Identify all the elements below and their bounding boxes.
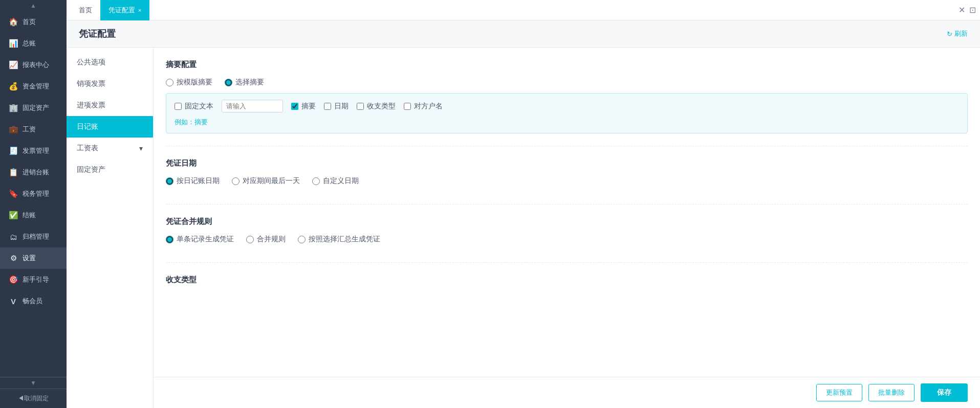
- checkbox-counterpart-label: 对方户名: [414, 102, 443, 111]
- window-controls: ✕ ⊡: [959, 5, 976, 15]
- summary-config-section: 摘要配置 按模版摘要 选择摘要: [166, 60, 968, 146]
- radio-select-merge[interactable]: 按照选择汇总生成凭证: [298, 235, 380, 244]
- sidebar-item-settle[interactable]: ✅ 结账: [0, 205, 67, 226]
- radio-select-merge-label: 按照选择汇总生成凭证: [309, 235, 380, 244]
- reports-icon: 📈: [8, 60, 18, 70]
- sidebar-item-label: 畅会员: [23, 297, 42, 306]
- save-button[interactable]: 保存: [921, 383, 968, 402]
- checkbox-date-input[interactable]: [324, 103, 331, 110]
- checkbox-counterpart[interactable]: 对方户名: [404, 102, 443, 111]
- sidebar-item-label: 进销台账: [23, 168, 49, 177]
- sidebar-item-archive[interactable]: 🗂 归档管理: [0, 226, 67, 247]
- sidebar-item-reports[interactable]: 📈 报表中心: [0, 54, 67, 76]
- sidebar-item-sales-ledger[interactable]: 📋 进销台账: [0, 162, 67, 183]
- radio-custom-date-input[interactable]: [312, 177, 320, 185]
- settings-icon: ⚙: [8, 254, 18, 263]
- radio-select-label: 选择摘要: [235, 78, 264, 87]
- checkbox-fixed-text-input[interactable]: [175, 103, 182, 110]
- sidebar-item-tax[interactable]: 🔖 税务管理: [0, 183, 67, 205]
- sidebar-item-vip[interactable]: V 畅会员: [0, 290, 67, 312]
- tab-home[interactable]: 首页: [71, 0, 100, 20]
- right-content: 摘要配置 按模版摘要 选择摘要: [154, 48, 980, 377]
- radio-last-day-input[interactable]: [232, 177, 239, 185]
- radio-custom-date[interactable]: 自定义日期: [312, 176, 359, 186]
- guide-icon: 🎯: [8, 275, 18, 284]
- checkbox-income-type-label: 收支类型: [367, 102, 396, 111]
- radio-template-summary[interactable]: 按模版摘要: [166, 78, 212, 87]
- left-nav-sales-invoice[interactable]: 销项发票: [67, 73, 153, 95]
- sidebar-item-label: 结账: [23, 211, 36, 220]
- sidebar-item-settings[interactable]: ⚙ 设置: [0, 247, 67, 269]
- funds-icon: 💰: [8, 82, 18, 91]
- update-preview-button[interactable]: 更新预置: [816, 384, 862, 401]
- radio-journal-date-input[interactable]: [166, 177, 173, 185]
- income-type-section: 收支类型: [166, 275, 968, 305]
- page-content: 凭证配置 ↻ 刷新 公共选项 销项发票 进项发票 日记账: [67, 20, 980, 408]
- radio-last-day[interactable]: 对应期间最后一天: [232, 176, 300, 186]
- sidebar-item-label: 资金管理: [23, 82, 49, 91]
- settle-icon: ✅: [8, 211, 18, 220]
- left-nav-purchase-invoice[interactable]: 进项发票: [67, 95, 153, 116]
- summary-radio-group: 按模版摘要 选择摘要: [166, 78, 968, 87]
- close-window-icon[interactable]: ✕: [959, 5, 965, 15]
- assets-icon: 🏢: [8, 103, 18, 112]
- fixed-text-input[interactable]: [222, 100, 283, 112]
- sidebar-item-label: 工资: [23, 125, 36, 134]
- radio-single-record[interactable]: 单条记录生成凭证: [166, 235, 234, 244]
- sidebar-scroll-down[interactable]: ▼: [0, 377, 67, 389]
- bulk-delete-button[interactable]: 批量删除: [868, 384, 914, 401]
- radio-single-record-input[interactable]: [166, 236, 173, 243]
- content-layout: 公共选项 销项发票 进项发票 日记账 工资表 ▾ 固定资产: [67, 48, 980, 408]
- refresh-label: 刷新: [954, 29, 968, 38]
- summary-config-title: 摘要配置: [166, 60, 968, 70]
- checkbox-income-type[interactable]: 收支类型: [357, 102, 396, 111]
- radio-journal-date[interactable]: 按日记账日期: [166, 176, 220, 186]
- radio-last-day-label: 对应期间最后一天: [243, 176, 300, 186]
- checkbox-counterpart-input[interactable]: [404, 103, 411, 110]
- radio-merge-rule-input[interactable]: [246, 236, 254, 243]
- sidebar-scroll-up[interactable]: ▲: [0, 0, 67, 11]
- checkbox-area: 固定文本 摘要 日期: [166, 93, 968, 133]
- radio-custom-date-label: 自定义日期: [323, 176, 359, 186]
- sidebar-item-salary[interactable]: 💼 工资: [0, 119, 67, 140]
- checkbox-date[interactable]: 日期: [324, 102, 349, 111]
- sidebar-item-invoice-mgmt[interactable]: 🧾 发票管理: [0, 140, 67, 162]
- sidebar-item-funds[interactable]: 💰 资金管理: [0, 76, 67, 97]
- voucher-date-title: 凭证日期: [166, 158, 968, 168]
- merge-rules-radio-group: 单条记录生成凭证 合并规则 按照选择汇总生成凭证: [166, 235, 968, 244]
- left-nav-fixed-assets[interactable]: 固定资产: [67, 159, 153, 180]
- refresh-icon: ↻: [947, 30, 952, 38]
- checkbox-income-type-input[interactable]: [357, 103, 364, 110]
- left-nav-public[interactable]: 公共选项: [67, 52, 153, 73]
- radio-template-input[interactable]: [166, 79, 173, 86]
- sidebar-item-label: 固定资产: [23, 103, 49, 112]
- radio-select-summary[interactable]: 选择摘要: [225, 78, 264, 87]
- checkbox-fixed-text[interactable]: 固定文本: [175, 102, 213, 111]
- sidebar-item-label: 报表中心: [23, 60, 49, 70]
- refresh-button[interactable]: ↻ 刷新: [947, 29, 968, 38]
- checkbox-summary[interactable]: 摘要: [291, 102, 316, 111]
- bottom-actions: 更新预置 批量删除 保存: [154, 377, 980, 408]
- tab-bar: 首页 凭证配置 × ✕ ⊡: [67, 0, 980, 20]
- sidebar-item-assets[interactable]: 🏢 固定资产: [0, 97, 67, 119]
- radio-select-merge-input[interactable]: [298, 236, 306, 243]
- maximize-window-icon[interactable]: ⊡: [969, 5, 976, 15]
- sidebar-item-ledger[interactable]: 📊 总账: [0, 33, 67, 54]
- sidebar-item-home[interactable]: 🏠 首页: [0, 11, 67, 33]
- income-type-title: 收支类型: [166, 275, 968, 285]
- radio-merge-rule[interactable]: 合并规则: [246, 235, 286, 244]
- sidebar-item-label: 设置: [23, 254, 36, 263]
- sidebar-item-label: 新手引导: [23, 275, 49, 284]
- sidebar-bottom: ▼ ◀取消固定: [0, 377, 67, 408]
- left-nav-journal[interactable]: 日记账: [67, 116, 153, 138]
- cancel-fixed-button[interactable]: ◀取消固定: [0, 389, 67, 408]
- radio-select-input[interactable]: [225, 79, 232, 86]
- checkbox-summary-label: 摘要: [301, 102, 316, 111]
- checkbox-summary-input[interactable]: [291, 103, 298, 110]
- tab-voucher-config[interactable]: 凭证配置 ×: [100, 0, 149, 20]
- tab-close-icon[interactable]: ×: [138, 7, 141, 13]
- merge-rules-title: 凭证合并规则: [166, 217, 968, 226]
- left-nav-payroll[interactable]: 工资表 ▾: [67, 138, 153, 159]
- sidebar-item-guide[interactable]: 🎯 新手引导: [0, 269, 67, 290]
- checkbox-fixed-text-label: 固定文本: [185, 102, 213, 111]
